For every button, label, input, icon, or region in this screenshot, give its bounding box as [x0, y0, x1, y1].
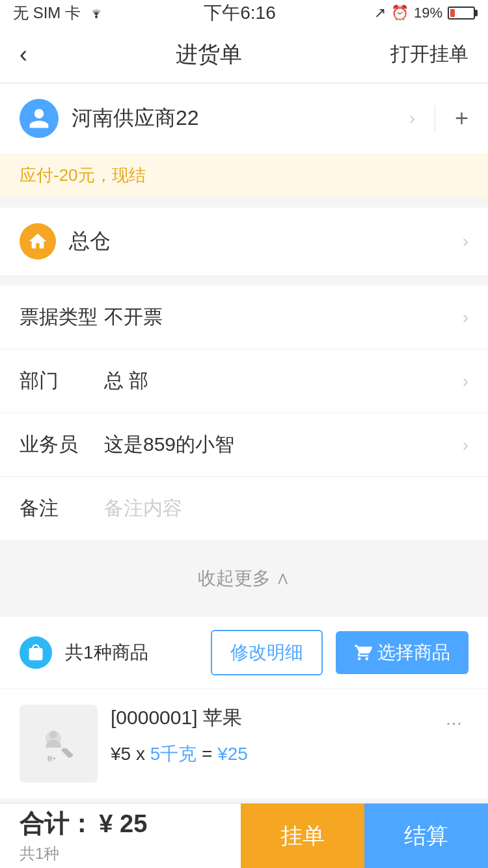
cart-icon — [354, 644, 372, 662]
product-title: 苹果 — [203, 707, 242, 728]
status-bar: 无 SIM 卡 下午6:16 ↗ ⏰ 19% — [0, 0, 488, 26]
salesperson-label: 业务员 — [20, 431, 104, 458]
time-display: 下午6:16 — [204, 1, 276, 25]
svg-text:替+: 替+ — [47, 755, 56, 762]
divider — [0, 606, 488, 617]
invoice-row[interactable]: 票据类型 不开票 › — [0, 286, 488, 349]
select-product-button[interactable]: 选择商品 — [336, 631, 468, 674]
person-icon — [27, 107, 51, 130]
department-row[interactable]: 部门 总 部 › — [0, 349, 488, 413]
warehouse-name: 总仓 — [69, 227, 463, 256]
remark-placeholder: 备注内容 — [104, 495, 468, 522]
total-amount: 合计： ¥ 25 — [20, 807, 221, 841]
product-info: [0000001] 苹果 ¥5 x 5千克 = ¥25 — [111, 705, 439, 766]
salesperson-row[interactable]: 业务员 这是859的小智 › — [0, 413, 488, 477]
checkout-button[interactable]: 结算 — [364, 804, 488, 869]
supplier-divider — [435, 105, 435, 131]
product-count-text: 共1种商品 — [65, 640, 198, 665]
notice-bar: 应付-20元，现结 — [0, 154, 488, 197]
collapse-label: 收起更多 ∧ — [198, 566, 291, 591]
select-product-label: 选择商品 — [377, 640, 450, 665]
remark-row[interactable]: 备注 备注内容 — [0, 477, 488, 540]
supplier-row[interactable]: 河南供应商22 › + — [0, 83, 488, 154]
product-quantity: 5千克 — [150, 744, 197, 764]
supplier-info: 河南供应商22 › — [20, 99, 435, 138]
department-arrow-icon: › — [463, 371, 468, 392]
total-section: 合计： ¥ 25 共1种 — [0, 807, 241, 864]
alarm-icon: ⏰ — [391, 5, 409, 21]
product-total: ¥25 — [217, 744, 248, 764]
total-label: 合计： — [20, 810, 94, 837]
form-section: 票据类型 不开票 › 部门 总 部 › 业务员 这是859的小智 › 备注 备注… — [0, 286, 488, 540]
modify-detail-button[interactable]: 修改明细 — [211, 630, 323, 675]
salesperson-arrow-icon: › — [463, 435, 468, 455]
salesperson-value: 这是859的小智 — [104, 431, 463, 458]
product-price: ¥5 x 5千克 = ¥25 — [111, 742, 439, 766]
back-button[interactable]: ‹ — [20, 41, 27, 68]
collapse-row[interactable]: 收起更多 ∧ — [0, 550, 488, 606]
invoice-arrow-icon: › — [463, 307, 468, 328]
invoice-label: 票据类型 — [20, 304, 104, 331]
unit-price: ¥5 — [111, 744, 131, 764]
price-equals: = — [202, 744, 217, 764]
warehouse-row[interactable]: 总仓 › — [0, 208, 488, 275]
invoice-value: 不开票 — [104, 304, 463, 331]
page-title: 进货单 — [176, 40, 242, 70]
product-more-button[interactable]: ··· — [439, 705, 468, 740]
nav-bar: ‹ 进货单 打开挂单 — [0, 26, 488, 83]
status-left: 无 SIM 卡 — [13, 3, 105, 23]
supplier-arrow-icon: › — [409, 108, 415, 129]
remark-label: 备注 — [20, 495, 104, 522]
product-name: [0000001] 苹果 — [111, 705, 439, 731]
warehouse-arrow-icon: › — [463, 231, 468, 252]
home-icon — [27, 231, 48, 252]
product-item: 替+ [0000001] 苹果 ¥5 x 5千克 = ¥25 ··· — [0, 688, 488, 798]
shopping-bag-icon — [27, 644, 45, 662]
product-header: 共1种商品 修改明细 选择商品 — [0, 617, 488, 688]
total-count: 共1种 — [20, 843, 221, 864]
product-thumbnail: 替+ — [20, 705, 98, 783]
total-value: ¥ 25 — [99, 810, 147, 837]
product-count-icon — [20, 636, 52, 669]
product-code: [0000001] — [111, 707, 197, 728]
status-right: ↗ ⏰ 19% — [374, 5, 475, 21]
add-supplier-button[interactable]: + — [455, 105, 468, 132]
warehouse-icon — [20, 223, 56, 260]
supplier-avatar — [20, 99, 59, 138]
product-image-icon: 替+ — [39, 724, 78, 763]
bottom-bar: 合计： ¥ 25 共1种 挂单 结算 — [0, 803, 488, 868]
warehouse-section[interactable]: 总仓 › — [0, 208, 488, 275]
supplier-section: 河南供应商22 › + 应付-20元，现结 — [0, 83, 488, 197]
supplier-name: 河南供应商22 — [72, 104, 409, 133]
location-icon: ↗ — [374, 5, 386, 21]
battery-icon — [448, 7, 475, 20]
battery-percentage: 19% — [414, 5, 442, 21]
svg-point-2 — [49, 731, 57, 739]
department-value: 总 部 — [104, 368, 463, 394]
hang-button[interactable]: 挂单 — [241, 804, 364, 869]
product-section: 共1种商品 修改明细 选择商品 替+ — [0, 617, 488, 798]
main-content: 河南供应商22 › + 应付-20元，现结 总仓 › 票据类型 不开票 › — [0, 83, 488, 863]
svg-point-0 — [95, 16, 98, 18]
price-multiply: x — [136, 744, 150, 764]
department-label: 部门 — [20, 368, 104, 394]
wifi-icon — [87, 4, 105, 22]
open-hang-button[interactable]: 打开挂单 — [390, 41, 468, 68]
carrier-text: 无 SIM 卡 — [13, 3, 81, 23]
